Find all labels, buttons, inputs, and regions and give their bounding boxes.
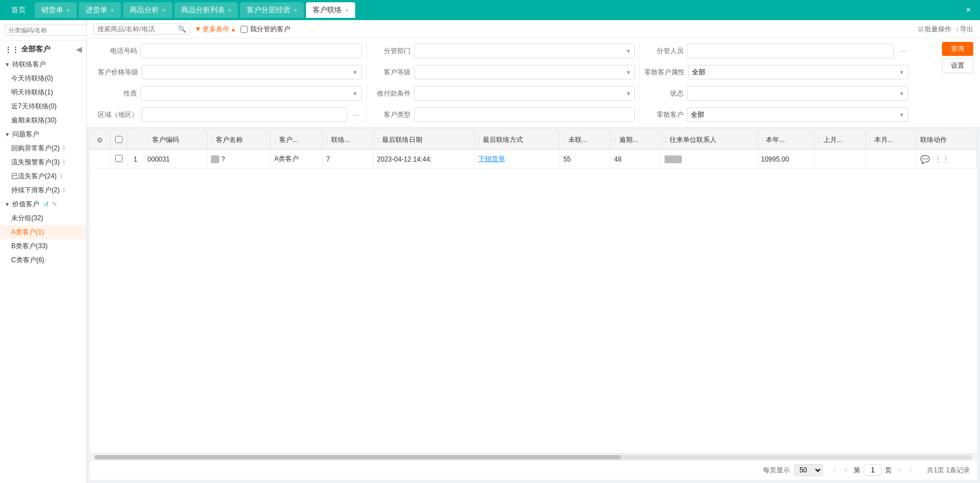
th-last-contact-method[interactable]: 最后联络方式 [474,131,560,150]
sidebar-item-churned[interactable]: 已流失客户(24) ℹ [0,169,86,183]
filter-customer-level-select[interactable]: ▼ [414,65,635,79]
filter-customer-type-select[interactable] [414,107,635,122]
filter-status-label: 状态 [644,89,684,98]
row-checkbox[interactable] [115,155,123,162]
action-message-icon[interactable]: 💬 [920,155,930,164]
last-page-btn[interactable]: 》 [907,465,918,476]
nav-close-customer-contact[interactable]: × [345,7,348,13]
last-contact-method[interactable]: 下销货单 [478,155,505,163]
filter-status-select[interactable]: ▼ [687,86,908,101]
sidebar-search-input[interactable] [4,25,87,36]
filter-phone-input[interactable] [140,44,362,58]
nav-tab-analysis[interactable]: 商品分析 × [123,2,172,18]
th-category[interactable]: 客户... [271,131,323,150]
sidebar-item-ungraded[interactable]: 未分组(32) [0,211,86,225]
sidebar-item-b-class[interactable]: B类客户(33) [0,239,86,253]
nav-customer-segment-label: 客户分层经营 [247,5,290,15]
filter-region-dots[interactable]: ··· [351,110,362,119]
filter-price-level-label: 客户价格等级 [98,68,138,77]
th-unit-contacts[interactable]: 往来单位联系人 [661,131,757,150]
filter-customer-type-label: 客户类型 [371,110,411,120]
filter-price-level-select[interactable]: ▼ [142,65,362,79]
filter-region-select[interactable] [142,107,347,122]
query-button[interactable]: 查询 [942,42,973,56]
edit-icon[interactable]: ✎ [52,201,57,208]
th-overdue[interactable]: 逾期... [610,131,661,150]
nav-close-sales[interactable]: × [67,7,70,13]
filter-manager-dots[interactable]: ··· [897,46,908,55]
th-this-year[interactable]: 本年... [757,131,815,150]
prev-page-btn[interactable]: < [842,465,850,475]
th-code[interactable]: 客户编码 [144,131,207,150]
sidebar-item-tomorrow-label: 明天待联络(1) [11,88,53,96]
page-size-select[interactable]: 50 100 200 [794,464,823,476]
settings-button[interactable]: 设置 [942,58,973,73]
sidebar-item-tomorrow[interactable]: 明天待联络(1) [0,86,86,100]
th-no-contact[interactable]: 未联... [560,131,611,150]
info-icon-declining: ℹ [63,186,65,194]
scroll-track [95,455,972,460]
nav-tab-customer-contact[interactable]: 客户联络 × [306,2,355,18]
th-this-month[interactable]: 本月... [865,131,916,150]
next-page-btn[interactable]: > [895,465,903,475]
filter-dept-select[interactable]: ▼ [414,44,635,58]
nav-tab-purchase[interactable]: 进货单 × [79,2,121,18]
export-icon: ↑ [956,26,959,32]
nav-close-all[interactable]: × [962,5,976,15]
sidebar-item-today[interactable]: 今天待联络(0) [0,72,86,86]
filter-phone: 电话号码 [93,42,367,60]
filter-nature-arrow: ▼ [352,91,358,97]
horizontal-scrollbar[interactable] [90,453,977,460]
sidebar-group-value[interactable]: ▼ 价值客户 ↺ ✎ [0,197,86,211]
td-last-contact-date: 2023-04-12 14:44: [373,150,474,169]
adv-filter-row1: 电话号码 分管部门 ▼ 分管人员 [93,42,913,60]
my-customers-checkbox[interactable] [241,26,248,33]
filter-nature-select[interactable]: ▼ [140,86,362,101]
sidebar-item-repurchase[interactable]: 回购异常客户(2) ℹ [0,141,86,155]
sidebar-group-contact[interactable]: ▼ 待联络客户 [0,58,86,72]
sidebar-item-churn-warn[interactable]: 流失预警客户(3) ℹ [0,155,86,169]
th-last-month-label: 上月... [823,136,842,144]
filter-retail-attr-select[interactable]: 全部 ▼ [688,65,908,79]
nav-close-analysis[interactable]: × [162,7,166,13]
more-conditions-btn[interactable]: ▼ 更多条件 ▲ [195,25,236,34]
sidebar-group-problem[interactable]: ▼ 问题客户 [0,127,86,141]
settings-gear-icon[interactable]: ⚙ [97,136,103,144]
td-no-contact: 55 [560,150,611,169]
sidebar-item-declining[interactable]: 持续下滑客户(2) ℹ [0,183,86,197]
nav-tab-analysis-list[interactable]: 商品分析列表 × [175,2,238,18]
th-name[interactable]: 客户名称 [207,131,270,150]
nav-close-analysis-list[interactable]: × [228,7,232,13]
nav-tab-customer-segment[interactable]: 客户分层经营 × [240,2,304,18]
filter-payment-select[interactable]: ▼ [414,86,635,101]
nav-close-purchase[interactable]: × [111,7,114,13]
nav-tab-home[interactable]: 首页 [4,2,32,18]
th-settings[interactable]: ⚙ [90,131,110,150]
scroll-thumb[interactable] [95,455,621,460]
sidebar-item-7days[interactable]: 近7天待联络(0) [0,100,86,113]
th-last-contact-date[interactable]: 最后联络日期 [373,131,474,150]
page-num-input[interactable] [864,465,882,476]
export-btn[interactable]: ↑ 导出 [956,25,974,34]
nav-tab-sales[interactable]: 销货单 × [35,2,77,18]
sidebar-collapse-icon[interactable]: ◀ [76,45,82,54]
sidebar-item-churned-label: 已流失客户(24) [11,172,56,180]
filter-retail-select[interactable]: 全部 ▼ [687,107,908,122]
sidebar-item-a-class[interactable]: A类客户(1) [0,225,86,239]
filter-manager-select[interactable] [687,44,894,58]
filter-phone-label: 电话号码 [98,46,137,56]
select-all-checkbox[interactable] [115,136,123,143]
search-input[interactable] [97,25,176,33]
refresh-icon[interactable]: ↺ [44,201,49,208]
nav-close-customer-segment[interactable]: × [294,7,297,13]
more-conditions-arrow: ▲ [230,26,236,32]
action-more-icon[interactable]: ⋮⋮ [934,155,950,164]
sidebar-all-customers[interactable]: ⋮⋮ 全部客户 ◀ [0,41,86,58]
th-contact[interactable]: 联络... [323,131,374,150]
batch-op-btn[interactable]: ☑ 批量操作 [918,25,951,34]
search-icon[interactable]: 🔍 [178,25,186,33]
first-page-btn[interactable]: 《 [827,465,838,476]
sidebar-item-c-class[interactable]: C类客户(6) [0,253,86,267]
sidebar-item-overdue[interactable]: 逾期未联络(30) [0,113,86,127]
th-last-month[interactable]: 上月... [815,131,866,150]
